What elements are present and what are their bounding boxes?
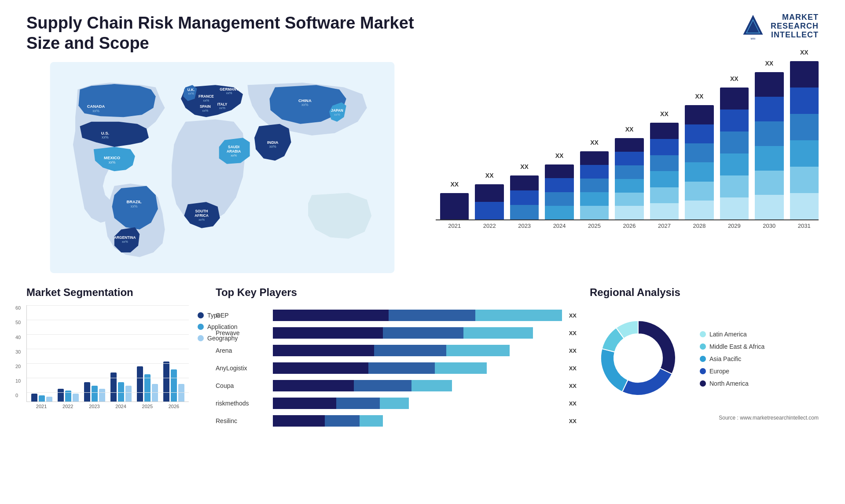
player-value: XX <box>569 383 577 389</box>
seg-bar-group <box>163 362 184 402</box>
player-name: AnyLogistix <box>216 365 268 372</box>
player-bar-segment <box>273 398 336 409</box>
player-name: Coupa <box>216 382 268 389</box>
growth-x-labels: 2021202220232024202520262027202820292030… <box>436 220 819 229</box>
seg-bar <box>39 395 45 402</box>
growth-value-label: XX <box>485 172 494 179</box>
world-map-svg: CANADA xx% U.S. xx% MEXICO xx% BRAZIL xx… <box>26 62 418 273</box>
player-bar-container <box>273 310 562 321</box>
donut-container: Latin AmericaMiddle East & AfricaAsia Pa… <box>590 310 819 408</box>
segmentation-section: Market Segmentation 60 50 40 30 20 10 0 <box>26 286 202 427</box>
brand-name: MARKETRESEARCHINTELLECT <box>771 13 819 39</box>
growth-bar-group: XX <box>755 72 783 219</box>
player-bar-segment <box>273 345 374 356</box>
growth-x-label: 2027 <box>650 223 679 229</box>
donut-legend: Latin AmericaMiddle East & AfricaAsia Pa… <box>700 331 764 387</box>
player-row: riskmethodsXX <box>216 398 577 409</box>
player-value: XX <box>569 400 577 407</box>
seg-bar <box>144 374 151 402</box>
seg-x-label: 2022 <box>57 404 78 409</box>
seg-y-20: 20 <box>15 364 21 369</box>
donut-legend-label: Latin America <box>709 331 747 338</box>
player-bar-segment <box>435 362 487 374</box>
player-bar-segment <box>374 345 446 356</box>
svg-marker-0 <box>743 15 763 35</box>
donut-legend-label: North America <box>709 380 749 387</box>
svg-text:JAPAN: JAPAN <box>331 108 343 113</box>
growth-value-label: XX <box>660 110 669 117</box>
player-row: AnyLogistixXX <box>216 362 577 374</box>
svg-text:xx%: xx% <box>226 91 232 95</box>
player-value: XX <box>569 418 577 424</box>
svg-text:xx%: xx% <box>131 204 138 208</box>
player-bar-segment <box>273 380 354 391</box>
donut-chart <box>590 310 687 408</box>
donut-legend-dot <box>700 331 706 337</box>
growth-bar-group: XX <box>790 61 819 219</box>
svg-text:xx%: xx% <box>334 113 340 117</box>
svg-text:xx%: xx% <box>269 144 276 149</box>
players-list: GEPXXPrewaveXXArenaXXAnyLogistixXXCoupaX… <box>216 310 577 427</box>
svg-text:U.S.: U.S. <box>101 131 109 135</box>
player-bar-inner <box>273 362 562 374</box>
growth-chart: XXXXXXXXXXXXXXXXXXXXXX 20212022202320242… <box>436 62 819 273</box>
seg-bars-container <box>26 305 189 402</box>
growth-bar-group: XX <box>650 123 679 219</box>
growth-value-label: XX <box>625 126 634 133</box>
logo-area: MRI MARKETRESEARCHINTELLECT <box>740 13 819 40</box>
player-bar-segment <box>380 398 409 409</box>
donut-legend-item: Middle East & Africa <box>700 343 764 350</box>
player-bar-inner <box>273 345 562 356</box>
player-name: riskmethods <box>216 400 268 407</box>
player-bar-inner <box>273 327 562 339</box>
growth-value-label: XX <box>730 75 738 82</box>
player-bar-segment <box>475 310 562 321</box>
growth-x-label: 2030 <box>755 223 783 229</box>
svg-text:xx%: xx% <box>198 218 205 222</box>
seg-x-label: 2025 <box>137 404 158 409</box>
growth-x-label: 2022 <box>475 223 503 229</box>
player-bar-segment <box>446 345 510 356</box>
growth-value-label: XX <box>450 181 459 188</box>
growth-bar-group: XX <box>720 88 749 219</box>
regional-title: Regional Analysis <box>590 286 819 299</box>
svg-text:xx%: xx% <box>231 153 237 157</box>
seg-bar-group <box>110 373 132 402</box>
seg-bar <box>171 369 177 402</box>
player-bar-inner <box>273 398 562 409</box>
header: Supply Chain Risk Management Software Ma… <box>26 13 819 53</box>
seg-bar <box>99 389 105 402</box>
player-bar-container <box>273 362 562 374</box>
player-row: CoupaXX <box>216 380 577 391</box>
seg-x-label: 2023 <box>84 404 105 409</box>
bottom-grid: Market Segmentation 60 50 40 30 20 10 0 <box>26 286 819 427</box>
player-name: Prewave <box>216 329 268 336</box>
player-bar-container <box>273 380 562 391</box>
player-value: XX <box>569 347 577 354</box>
player-bar-container <box>273 415 562 427</box>
seg-bar <box>118 382 124 402</box>
player-bar-segment <box>273 415 325 427</box>
growth-value-label: XX <box>765 60 773 67</box>
svg-text:INDIA: INDIA <box>267 140 279 145</box>
player-row: ArenaXX <box>216 345 577 356</box>
seg-bar <box>92 386 98 402</box>
svg-text:ARGENTINA: ARGENTINA <box>114 235 136 240</box>
seg-bar <box>84 382 90 402</box>
growth-bars: XXXXXXXXXXXXXXXXXXXXXX <box>436 62 819 220</box>
growth-bar-group: XX <box>475 184 503 219</box>
seg-bar <box>31 394 37 402</box>
seg-bar <box>125 386 132 402</box>
svg-text:xx%: xx% <box>109 160 116 164</box>
seg-bar <box>73 394 79 402</box>
player-bar-segment <box>360 415 383 427</box>
svg-text:xx%: xx% <box>122 240 128 244</box>
svg-text:xx%: xx% <box>219 106 225 110</box>
page-title: Supply Chain Risk Management Software Ma… <box>26 13 422 53</box>
svg-text:xx%: xx% <box>102 135 109 139</box>
player-bar-segment <box>325 415 360 427</box>
player-bar-container <box>273 398 562 409</box>
svg-text:xx%: xx% <box>301 102 309 107</box>
seg-bar <box>137 366 143 402</box>
svg-text:MEXICO: MEXICO <box>104 155 120 160</box>
